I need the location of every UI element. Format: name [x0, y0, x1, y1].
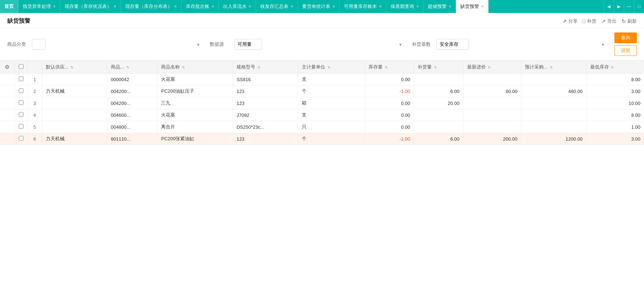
select-all-checkbox[interactable]	[19, 64, 23, 69]
tab-available[interactable]: 可用量库存账本 ×	[340, 0, 386, 13]
tab-label: 现存量（库存状况表）	[65, 3, 112, 10]
settings-button[interactable]: 设置	[614, 45, 637, 56]
tab-close[interactable]: ×	[174, 4, 177, 9]
row-stock: -1.00	[365, 85, 414, 97]
col-latest-price-header[interactable]: 最新进价 ⇅	[463, 61, 521, 74]
tab-close[interactable]: ×	[449, 4, 451, 9]
col-product-name-header[interactable]: 商品名称 ⇅	[157, 61, 233, 74]
sort-icon: ⇅	[385, 65, 388, 69]
tab-maximize-btn[interactable]: □	[634, 0, 644, 13]
col-spec-header[interactable]: 规格型号 ⇅	[233, 61, 298, 74]
sort-icon: ⇅	[257, 65, 260, 69]
row-stock: 0.00	[365, 121, 414, 133]
row-restock-qty: 6.00	[414, 85, 463, 97]
row-min-stock: 10.00	[586, 97, 644, 109]
category-filter-group: 商品分类	[7, 39, 203, 50]
row-spec: 123	[233, 97, 298, 109]
tab-flow[interactable]: 出入库流水 ×	[219, 0, 256, 13]
tab-stock-status[interactable]: 现存量（库存状况表） ×	[60, 0, 121, 13]
tab-label: 保质期查询	[391, 3, 414, 10]
restock-base-select[interactable]: 安全库存 最低库存	[436, 39, 469, 50]
tab-home-label: 首页	[4, 3, 14, 10]
row-latest-price	[463, 121, 521, 133]
col-unit-header[interactable]: 主计量单位 ⇅	[298, 61, 365, 74]
row-spec: J7092	[233, 109, 298, 121]
restock-base-filter-label: 补货基数	[412, 41, 434, 48]
row-product-code: 004200...	[107, 97, 157, 109]
query-button[interactable]: 查询	[614, 32, 637, 43]
col-index-header	[27, 61, 42, 74]
tab-stock-dist[interactable]: 现存量（库存分布表） ×	[121, 0, 182, 13]
data-table: ⚙ 默认供应... ⇅ 商品... ⇅ 商品名称	[0, 61, 644, 145]
row-unit: 只	[298, 121, 365, 133]
restock-icon: □	[583, 18, 586, 24]
row-product-name: PC200油缸压子	[157, 85, 233, 97]
row-checkbox[interactable]	[19, 76, 23, 81]
row-checkbox[interactable]	[19, 112, 23, 117]
restock-button[interactable]: □ 补货	[583, 18, 596, 25]
tab-shortage[interactable]: 缺货预警 ×	[456, 0, 488, 13]
gear-button[interactable]: ⚙	[5, 64, 9, 70]
datasource-select[interactable]: 可用量 库存量	[234, 39, 262, 50]
sort-icon: ⇅	[611, 65, 614, 69]
col-supplier-header[interactable]: 默认供应... ⇅	[42, 61, 107, 74]
col-stock-header[interactable]: 库存量 ⇅	[365, 61, 414, 74]
row-checkbox[interactable]	[19, 88, 23, 93]
tab-receipt-summary[interactable]: 收发存汇总表 ×	[256, 0, 298, 13]
row-checkbox[interactable]	[19, 136, 23, 141]
row-latest-price	[463, 97, 521, 109]
tab-close[interactable]: ×	[332, 4, 335, 9]
tab-close[interactable]: ×	[379, 4, 382, 9]
row-checkbox-cell	[14, 97, 27, 109]
col-product-code-header[interactable]: 商品... ⇅	[107, 61, 157, 74]
tab-close[interactable]: ×	[249, 4, 251, 9]
tab-close[interactable]: ×	[53, 4, 56, 9]
tab-label: 出入库流水	[223, 3, 247, 10]
row-settings	[0, 109, 14, 121]
tab-close[interactable]: ×	[291, 4, 293, 9]
category-select[interactable]	[32, 39, 45, 50]
restock-base-select-wrapper: 安全库存 最低库存	[436, 39, 607, 50]
tab-label: 缺货预警	[460, 3, 479, 10]
row-checkbox-cell	[14, 85, 27, 97]
tab-minimize-btn[interactable]: —	[624, 0, 634, 13]
row-latest-price	[463, 74, 521, 85]
tab-close[interactable]: ×	[114, 4, 116, 9]
tab-close[interactable]: ×	[481, 4, 484, 9]
col-est-purchase-header[interactable]: 预计采购... ⇅	[521, 61, 587, 74]
tab-expiry[interactable]: 保质期查询 ×	[386, 0, 423, 13]
row-checkbox-cell	[14, 121, 27, 133]
col-min-stock-header[interactable]: 最低库存 ⇅	[586, 61, 644, 74]
col-restock-qty-header[interactable]: 补货量 ⇅	[414, 61, 463, 74]
row-settings	[0, 74, 14, 85]
share-button[interactable]: ↗ 分享	[562, 18, 578, 25]
table-row: 1 0000042 火花塞 SS816 支 0.00 8.00	[0, 74, 644, 85]
tab-home[interactable]: 首页	[0, 0, 18, 13]
tab-close[interactable]: ×	[212, 4, 214, 9]
export-button[interactable]: ↗ 导出	[601, 18, 617, 25]
tab-abnormal[interactable]: 拣货异常处理 ×	[18, 0, 60, 13]
tab-next-btn[interactable]: ▶	[614, 0, 624, 13]
tab-requisition[interactable]: 要货单统计表 ×	[298, 0, 340, 13]
refresh-icon: ↻	[622, 18, 626, 24]
sort-icon: ⇅	[488, 65, 491, 69]
row-settings	[0, 85, 14, 97]
refresh-button[interactable]: ↻ 刷新	[622, 18, 637, 25]
row-checkbox[interactable]	[19, 100, 23, 105]
tab-prev-btn[interactable]: ◀	[604, 0, 614, 13]
tab-batch[interactable]: 库存批次账 ×	[182, 0, 219, 13]
tab-close[interactable]: ×	[416, 4, 419, 9]
row-product-name: 离合片	[157, 121, 233, 133]
tab-overstock[interactable]: 超储预警 ×	[423, 0, 456, 13]
row-settings	[0, 97, 14, 109]
category-select-wrapper	[32, 39, 203, 50]
row-spec: 123	[233, 85, 298, 97]
table-header-row: ⚙ 默认供应... ⇅ 商品... ⇅ 商品名称	[0, 61, 644, 74]
export-label: 导出	[607, 18, 617, 25]
row-checkbox[interactable]	[19, 124, 23, 129]
tab-label: 现存量（库存分布表）	[125, 3, 172, 10]
row-checkbox-cell	[14, 74, 27, 85]
row-restock-qty: 20.00	[414, 97, 463, 109]
row-est-purchase: 1200.00	[521, 133, 587, 145]
export-icon: ↗	[601, 18, 606, 24]
